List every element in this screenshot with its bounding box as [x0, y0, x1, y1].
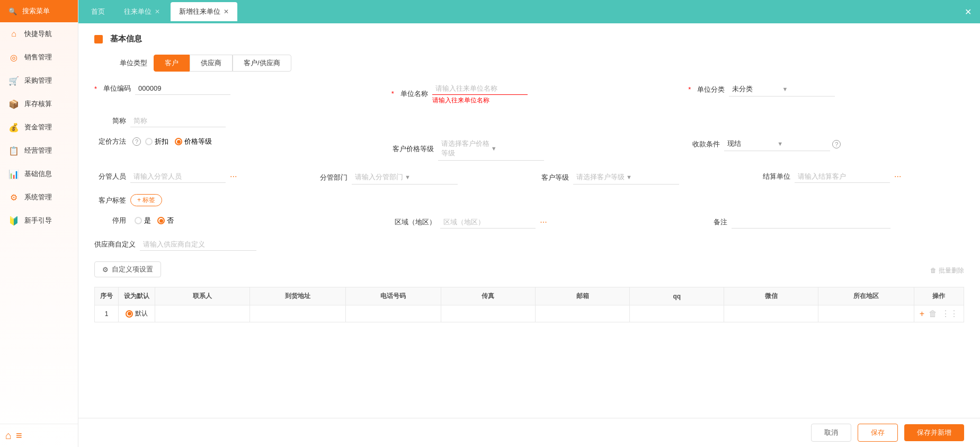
table-row: 1 默认	[95, 305, 964, 322]
settings-gear-icon: ⚙	[102, 266, 109, 274]
unit-category-group: * 单位分类 未分类 ▼	[688, 82, 964, 97]
default-label: 默认	[135, 309, 148, 318]
cancel-button[interactable]: 取消	[811, 424, 851, 442]
payment-terms-help-icon[interactable]: ?	[832, 140, 841, 148]
add-row-btn[interactable]: +	[920, 309, 924, 319]
cell-email[interactable]	[536, 305, 630, 322]
manager-more-btn[interactable]: ···	[228, 172, 239, 181]
unit-type-both[interactable]: 客户/供应商	[233, 55, 291, 72]
cell-contact[interactable]	[155, 305, 250, 322]
sidebar-item-basic[interactable]: 📊 基础信息	[0, 162, 78, 186]
col-actions: 操作	[914, 287, 964, 305]
sidebar-item-system[interactable]: ⚙ 系统管理	[0, 186, 78, 209]
save-button[interactable]: 保存	[858, 424, 898, 442]
sidebar-item-inventory[interactable]: 📦 库存核算	[0, 92, 78, 116]
unit-type-row: 单位类型 客户 供应商 客户/供应商	[94, 55, 964, 72]
cell-operations: + 🗑 ⋮⋮	[914, 305, 964, 322]
guide-icon: 🔰	[8, 215, 19, 226]
unit-type-customer[interactable]: 客户	[154, 55, 190, 72]
cell-qq[interactable]	[630, 305, 724, 322]
default-radio[interactable]	[126, 310, 133, 318]
department-select[interactable]: 请输入分管部门 ▼	[352, 170, 458, 185]
sidebar-item-purchase[interactable]: 🛒 采购管理	[0, 69, 78, 92]
batch-delete-icon: 🗑	[930, 267, 937, 274]
settlement-unit-more-btn[interactable]: ···	[892, 172, 903, 181]
department-arrow: ▼	[405, 174, 455, 180]
col-phone: 电话号码	[345, 287, 441, 305]
cell-wechat[interactable]	[724, 305, 818, 322]
home-icon: ⌂	[8, 29, 19, 39]
col-seq: 序号	[95, 287, 119, 305]
contact-table: 序号 设为默认 联系人 到货地址 电话号码 传真 邮箱 qq 微信 所在地区 操…	[94, 287, 964, 322]
disabled-radio-group: 是 否	[135, 216, 174, 225]
custom-settings-btn[interactable]: ⚙ 自定义项设置	[94, 261, 161, 277]
sidebar-item-sales[interactable]: ◎ 销售管理	[0, 46, 78, 69]
batch-delete[interactable]: 🗑 批量删除	[930, 266, 964, 275]
cell-region[interactable]	[818, 305, 914, 322]
delete-row-btn[interactable]: 🗑	[929, 309, 937, 319]
tab-home[interactable]: 首页	[83, 2, 113, 21]
disabled-no-radio	[157, 217, 165, 224]
customer-price-level-select[interactable]: 请选择客户价格等级 ▼	[438, 137, 544, 161]
pricing-help-icon[interactable]: ?	[132, 137, 141, 146]
pricing-group: 定价方法 ? 折扣 价格等级	[94, 137, 370, 146]
sidebar-item-finance[interactable]: 💰 资金管理	[0, 116, 78, 139]
disabled-no[interactable]: 否	[157, 216, 174, 225]
sidebar-footer-bar[interactable]: ≡	[16, 430, 22, 442]
purchase-icon: 🛒	[8, 75, 19, 86]
add-tag-button[interactable]: + 标签	[130, 194, 162, 206]
unit-category-select[interactable]: 未分类 ▼	[729, 82, 835, 97]
payment-terms-arrow: ▼	[777, 141, 827, 147]
table-section: ⚙ 自定义项设置 🗑 批量删除 序号 设为默认 联系人 到货地址 电话号码	[94, 261, 964, 322]
remarks-input[interactable]	[732, 216, 890, 229]
region-more-btn[interactable]: ···	[538, 217, 549, 227]
short-name-input[interactable]	[130, 115, 226, 127]
tab-new-partner[interactable]: 新增往来单位 ✕	[171, 2, 237, 21]
sidebar-item-quick-nav[interactable]: ⌂ 快捷导航	[0, 22, 78, 46]
cell-fax[interactable]	[441, 305, 535, 322]
col-fax: 传真	[441, 287, 535, 305]
supplier-custom-group: 供应商自定义	[94, 238, 964, 251]
sidebar-footer-home[interactable]: ⌂	[5, 430, 12, 442]
col-region: 所在地区	[818, 287, 914, 305]
unit-type-supplier[interactable]: 供应商	[190, 55, 233, 72]
unit-name-group: * 单位名称 请输入往来单位名称	[391, 82, 667, 105]
customer-level-select[interactable]: 请选择客户等级 ▼	[573, 170, 679, 185]
unit-name-input[interactable]	[432, 82, 528, 95]
sidebar-footer: ⌂ ≡	[0, 424, 78, 447]
tab-new-partner-close[interactable]: ✕	[224, 8, 229, 15]
disabled-yes[interactable]: 是	[135, 216, 151, 225]
save-new-button[interactable]: 保存并新增	[904, 424, 964, 441]
tab-partners[interactable]: 往来单位 ✕	[115, 2, 168, 21]
system-icon: ⚙	[8, 192, 19, 203]
col-contact: 联系人	[155, 287, 250, 305]
form-row-5: 客户标签 + 标签	[94, 194, 964, 206]
tab-partners-close[interactable]: ✕	[155, 8, 160, 15]
operations-icon: 📋	[8, 145, 19, 156]
pricing-discount-radio	[145, 138, 153, 145]
cell-default[interactable]: 默认	[119, 305, 155, 322]
pricing-discount[interactable]: 折扣	[145, 137, 168, 146]
region-input[interactable]	[440, 216, 536, 229]
supplier-custom-input[interactable]	[140, 238, 256, 251]
manager-input[interactable]	[130, 170, 226, 183]
cell-phone[interactable]	[345, 305, 441, 322]
disabled-group: 停用 是 否	[94, 216, 363, 225]
sidebar-search[interactable]: 🔍 搜索菜单	[0, 0, 78, 22]
settlement-unit-input[interactable]	[795, 170, 890, 183]
form-row-6: 停用 是 否 区域（地区） ··· 备注	[94, 216, 964, 229]
sales-icon: ◎	[8, 52, 19, 63]
unit-category-arrow: ▼	[782, 86, 832, 92]
cell-address[interactable]	[250, 305, 345, 322]
payment-terms-select[interactable]: 现结 ▼	[724, 137, 830, 151]
main-content: 首页 往来单位 ✕ 新增往来单位 ✕ ✕ F 基本信息 单位类型 客户 供应商 …	[78, 0, 980, 447]
payment-terms-group: 收款条件 现结 ▼ ?	[688, 137, 964, 151]
sidebar-item-operations[interactable]: 📋 经营管理	[0, 139, 78, 162]
col-email: 邮箱	[536, 287, 630, 305]
pricing-level[interactable]: 价格等级	[175, 137, 212, 146]
unit-code-input[interactable]	[135, 82, 230, 95]
sidebar-item-guide[interactable]: 🔰 新手引导	[0, 209, 78, 232]
unit-code-group: * 单位编码	[94, 82, 370, 95]
close-all-tabs[interactable]: ✕	[960, 5, 976, 19]
col-address: 到货地址	[250, 287, 345, 305]
